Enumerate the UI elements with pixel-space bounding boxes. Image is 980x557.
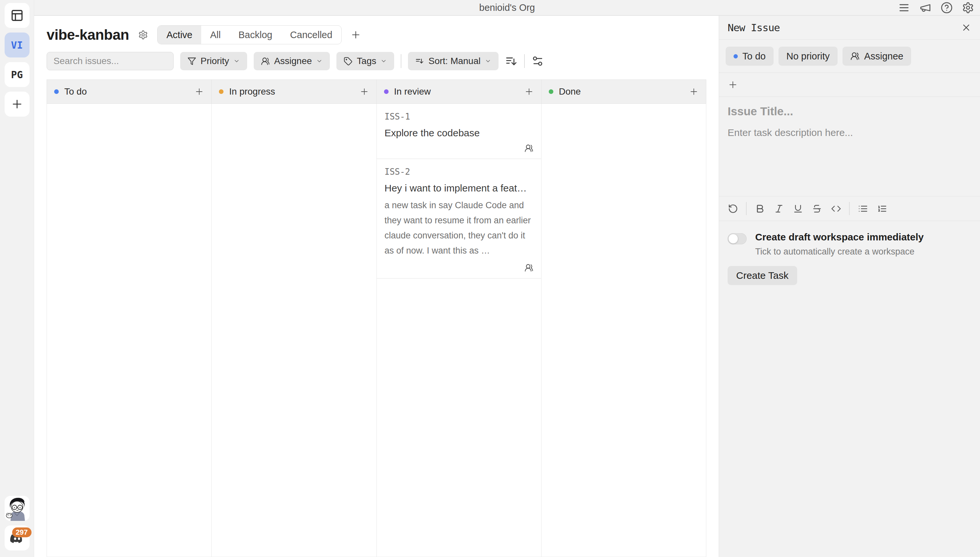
toggle-label: Create draft workspace immediately — [755, 231, 924, 243]
funnel-icon — [187, 57, 196, 66]
org-title: benioid's Org — [34, 0, 980, 15]
toggle-knob — [729, 234, 738, 243]
issue-card-iss-2[interactable]: ISS-2 Hey i want to implement a feat… a … — [377, 159, 541, 278]
top-bar: benioid's Org — [0, 0, 980, 16]
issue-title: Hey i want to implement a feat… — [385, 182, 533, 194]
board-header: vibe-kanban Active All Backlog Cancelled — [47, 25, 706, 45]
issue-id: ISS-2 — [385, 167, 533, 177]
discord-widget: 297 — [5, 526, 29, 550]
avatar-illustration — [5, 496, 29, 521]
assignees-users-icon[interactable] — [524, 264, 533, 272]
issue-editor — [719, 97, 980, 196]
editor-toolbar — [719, 196, 980, 221]
column-in-progress — [212, 104, 376, 557]
strikethrough-icon[interactable] — [808, 200, 826, 217]
tab-active[interactable]: Active — [157, 26, 201, 44]
priority-chip[interactable]: No priority — [779, 47, 837, 66]
sort-selector[interactable]: Sort: Manual — [408, 52, 498, 70]
column-header-todo: To do — [47, 80, 211, 104]
code-icon[interactable] — [827, 200, 844, 217]
column-header-done: Done — [541, 80, 706, 104]
numbered-list-icon[interactable] — [873, 200, 891, 217]
add-card-icon[interactable] — [689, 87, 699, 96]
column-header-in-progress: In progress — [211, 80, 376, 104]
column-done — [542, 104, 706, 557]
sidebar-item-workspace-vi[interactable]: VI — [5, 33, 29, 57]
view-tabs: Active All Backlog Cancelled — [157, 25, 341, 44]
columns-body: ISS-1 Explore the codebase ISS-2 Hey i w… — [47, 104, 706, 557]
issue-title-input[interactable] — [728, 105, 972, 118]
board-settings-icon[interactable] — [138, 30, 148, 40]
kanban-board: vibe-kanban Active All Backlog Cancelled… — [34, 16, 719, 557]
issue-title: Explore the codebase — [385, 127, 533, 138]
tab-all[interactable]: All — [201, 26, 229, 44]
issue-description-input[interactable] — [728, 127, 972, 196]
italic-icon[interactable] — [770, 200, 787, 217]
column-header-in-review: In review — [376, 80, 541, 104]
divider — [746, 202, 746, 215]
add-card-icon[interactable] — [359, 87, 369, 96]
create-workspace-toggle[interactable] — [728, 233, 746, 244]
status-chip[interactable]: To do — [726, 47, 774, 66]
issue-property-chips: To do No priority Assignee — [719, 40, 980, 73]
issue-card-iss-1[interactable]: ISS-1 Explore the codebase — [377, 104, 541, 159]
tags-filter[interactable]: Tags — [336, 52, 394, 70]
chevron-down-icon — [380, 58, 387, 64]
users-icon — [850, 52, 860, 61]
users-icon — [261, 57, 270, 66]
assignees-users-icon[interactable] — [524, 144, 533, 153]
user-avatar[interactable] — [5, 496, 29, 521]
add-workspace-button[interactable] — [5, 92, 29, 117]
issue-id: ISS-1 — [385, 112, 533, 122]
status-dot-in-progress — [219, 90, 224, 94]
columns-header: To do In progress In review Done — [47, 80, 706, 104]
column-in-review: ISS-1 Explore the codebase ISS-2 Hey i w… — [377, 104, 542, 557]
chevron-down-icon — [485, 58, 491, 64]
topbar-actions — [898, 0, 974, 15]
issue-description: a new task in say Claude Code and they w… — [385, 198, 533, 258]
toggle-description: Tick to automatically create a workspace — [755, 247, 924, 257]
bold-icon[interactable] — [751, 200, 768, 217]
sort-icon — [415, 57, 424, 66]
tab-backlog[interactable]: Backlog — [229, 26, 281, 44]
assignee-chip[interactable]: Assignee — [842, 47, 911, 66]
workspace-toggle-section: Create draft workspace immediately Tick … — [719, 221, 980, 257]
add-property-row — [719, 73, 980, 97]
panel-title: New Issue — [728, 22, 961, 34]
sidebar-item-workspace-pg[interactable]: PG — [5, 62, 29, 87]
tab-cancelled[interactable]: Cancelled — [281, 26, 341, 44]
undo-icon[interactable] — [724, 200, 741, 217]
workspace-sidebar: VI PG — [0, 0, 34, 557]
chevron-down-icon — [316, 58, 323, 64]
page-title: vibe-kanban — [47, 27, 129, 43]
search-input[interactable] — [47, 52, 174, 70]
sort-direction-icon[interactable] — [505, 55, 518, 67]
add-card-icon[interactable] — [194, 87, 204, 96]
column-todo — [47, 104, 212, 557]
new-issue-panel: New Issue To do No priority Assignee — [719, 16, 980, 557]
menu-icon[interactable] — [898, 2, 910, 14]
panel-header: New Issue — [719, 16, 980, 40]
bullet-list-icon[interactable] — [854, 200, 871, 217]
tag-icon — [344, 57, 352, 66]
underline-icon[interactable] — [789, 200, 806, 217]
panels-layout-icon[interactable] — [5, 3, 29, 28]
status-dot-done — [549, 90, 553, 94]
settings-gear-icon[interactable] — [962, 2, 974, 14]
add-property-plus-icon[interactable] — [726, 78, 740, 92]
divider — [849, 202, 850, 215]
close-icon[interactable] — [961, 22, 972, 33]
create-task-button[interactable]: Create Task — [728, 266, 797, 285]
assignee-filter[interactable]: Assignee — [254, 52, 330, 70]
chevron-down-icon — [234, 58, 240, 64]
status-dot-todo — [54, 90, 59, 94]
megaphone-icon[interactable] — [919, 2, 931, 14]
help-icon[interactable] — [941, 2, 953, 14]
notification-badge: 297 — [12, 528, 31, 537]
priority-filter[interactable]: Priority — [180, 52, 247, 70]
status-dot — [733, 54, 738, 59]
display-options-sliders-icon[interactable] — [531, 55, 544, 67]
divider — [401, 54, 401, 68]
add-view-plus-icon[interactable] — [350, 29, 361, 41]
add-card-icon[interactable] — [524, 87, 534, 96]
